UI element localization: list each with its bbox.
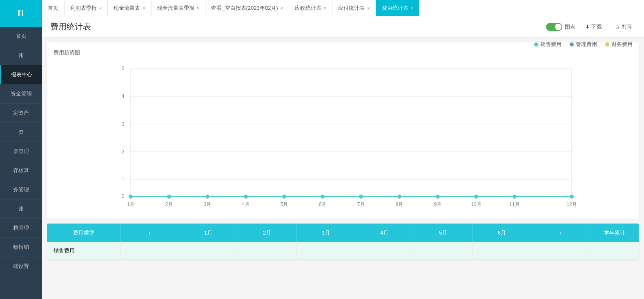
- header-actions: 图表 ⬇ 下载 🖨 打印: [546, 22, 636, 32]
- download-icon: ⬇: [585, 24, 590, 30]
- chart-toggle-wrap[interactable]: 图表: [546, 23, 575, 31]
- line-chart: 5 4 3 2 1 0 1月: [53, 61, 633, 212]
- svg-text:4: 4: [122, 93, 125, 99]
- td-m1: [179, 242, 238, 259]
- td-total: [590, 242, 639, 259]
- svg-text:2月: 2月: [165, 202, 173, 207]
- chart-toggle[interactable]: [546, 23, 562, 31]
- svg-text:4月: 4月: [242, 202, 250, 207]
- content-area: 费用统计表 图表 ⬇ 下载 🖨 打印 费用趋势图: [42, 16, 644, 299]
- tab-close-blank-report[interactable]: ×: [281, 6, 283, 11]
- legend-label-sales: 销售费用: [540, 41, 562, 48]
- legend-finance: 财务费用: [605, 41, 633, 48]
- svg-point-31: [321, 195, 325, 199]
- sidebar-item-settings[interactable]: 础设置: [0, 257, 42, 276]
- tab-receivable[interactable]: 应收统计表 ×: [289, 0, 332, 16]
- svg-point-37: [570, 195, 574, 199]
- legend-label-finance: 财务费用: [611, 41, 633, 48]
- page-header: 费用统计表 图表 ⬇ 下载 🖨 打印: [42, 16, 644, 38]
- svg-point-36: [513, 195, 517, 199]
- svg-text:1: 1: [122, 177, 125, 182]
- td-next-space: [531, 242, 590, 259]
- tab-cashflow-q[interactable]: 现金流量表季报 ×: [152, 0, 205, 16]
- table-header: 费用类型 ‹ 1月 2月 3月 4月 5月: [47, 224, 639, 242]
- sidebar-item-investment[interactable]: 资: [0, 123, 42, 142]
- svg-text:3月: 3月: [204, 202, 212, 207]
- tab-blank-report[interactable]: 查看_空白报表(2023年02月) ×: [205, 0, 289, 16]
- svg-point-35: [474, 195, 478, 199]
- expense-table: 费用类型 ‹ 1月 2月 3月 4月 5月: [47, 224, 639, 260]
- sidebar-item-ledger[interactable]: 账: [0, 199, 42, 219]
- sidebar-item-sale[interactable]: 畅报销: [0, 238, 42, 257]
- tab-payable[interactable]: 应付统计表 ×: [332, 0, 376, 16]
- sidebar-item-invoice[interactable]: 票管理: [0, 142, 42, 161]
- td-m4: [355, 242, 414, 259]
- tab-close-profit[interactable]: ×: [99, 6, 102, 11]
- legend-label-mgmt: 管理费用: [576, 41, 597, 48]
- td-m6: [473, 242, 532, 259]
- svg-point-28: [205, 195, 209, 199]
- tab-close-cashflow[interactable]: ×: [143, 6, 145, 11]
- legend-mgmt: 管理费用: [570, 41, 597, 48]
- legend-dot-finance: [605, 42, 609, 47]
- tab-bar: 首页 利润表季报 × 现金流量表 × 现金流量表季报 × 查看_空白报表(202…: [42, 0, 644, 16]
- sidebar-item-service[interactable]: 务管理: [0, 180, 42, 199]
- svg-text:5月: 5月: [281, 202, 288, 207]
- td-type: 销售费用: [47, 242, 120, 259]
- svg-point-27: [167, 195, 171, 199]
- th-month-2: 2月: [238, 224, 297, 242]
- chart-container: 5 4 3 2 1 0 1月: [53, 61, 633, 212]
- sidebar-item-home[interactable]: 首页: [0, 27, 42, 46]
- table-row: 销售费用: [47, 242, 639, 260]
- th-month-4: 4月: [355, 224, 414, 242]
- svg-text:7月: 7月: [357, 202, 365, 207]
- svg-point-33: [397, 195, 401, 199]
- td-m5: [414, 242, 473, 259]
- svg-text:2: 2: [122, 149, 125, 155]
- print-button[interactable]: 🖨 打印: [612, 22, 636, 32]
- chart-legend: 销售费用 管理费用 财务费用: [534, 41, 633, 48]
- next-arrow[interactable]: ›: [558, 230, 563, 236]
- tab-close-cashflow-q[interactable]: ×: [197, 6, 199, 11]
- sidebar-item-account[interactable]: 账: [0, 46, 42, 65]
- td-m3: [296, 242, 355, 259]
- tab-cashflow[interactable]: 现金流量表 ×: [108, 0, 151, 16]
- th-prev-nav[interactable]: ‹: [120, 224, 179, 242]
- th-month-1: 1月: [179, 224, 238, 242]
- svg-point-29: [244, 195, 248, 199]
- th-type: 费用类型: [47, 224, 120, 242]
- svg-text:6月: 6月: [319, 202, 327, 207]
- toggle-label: 图表: [565, 23, 575, 31]
- sidebar-item-inventory[interactable]: 存核算: [0, 161, 42, 180]
- page-title: 费用统计表: [50, 21, 91, 32]
- sidebar-item-fund[interactable]: 资金管理: [0, 84, 42, 104]
- sidebar-item-reports[interactable]: 报表中心: [0, 65, 42, 84]
- th-next-nav[interactable]: ›: [531, 224, 590, 242]
- th-month-3: 3月: [296, 224, 355, 242]
- svg-text:12月: 12月: [566, 202, 577, 207]
- td-m2: [238, 242, 297, 259]
- tab-expense[interactable]: 费用统计表 ×: [376, 0, 419, 16]
- sidebar-item-file-mgmt[interactable]: 档管理: [0, 219, 42, 238]
- tab-profit[interactable]: 利润表季报 ×: [65, 0, 108, 16]
- tab-close-receivable[interactable]: ×: [324, 6, 326, 11]
- svg-text:3: 3: [122, 121, 125, 127]
- svg-text:10月: 10月: [471, 202, 481, 207]
- legend-dot-mgmt: [570, 42, 574, 47]
- th-month-5: 5月: [414, 224, 473, 242]
- legend-dot-sales: [534, 42, 538, 47]
- svg-text:8月: 8月: [396, 202, 403, 207]
- chart-section: 费用趋势图 销售费用 管理费用 财务费用: [47, 42, 639, 219]
- th-total: 本年累计: [590, 224, 639, 242]
- chart-title: 费用趋势图: [53, 49, 80, 56]
- download-button[interactable]: ⬇ 下载: [582, 22, 605, 32]
- tab-close-expense[interactable]: ×: [411, 6, 413, 11]
- prev-arrow[interactable]: ‹: [147, 230, 152, 236]
- tab-close-payable[interactable]: ×: [367, 6, 370, 11]
- main-content: 首页 利润表季报 × 现金流量表 × 现金流量表季报 × 查看_空白报表(202…: [42, 0, 644, 299]
- app-logo: fi: [0, 0, 42, 27]
- svg-text:1月: 1月: [127, 202, 135, 207]
- svg-text:5: 5: [122, 66, 125, 71]
- tab-home[interactable]: 首页: [42, 0, 65, 16]
- sidebar-item-fixed-assets[interactable]: 定资产: [0, 104, 42, 123]
